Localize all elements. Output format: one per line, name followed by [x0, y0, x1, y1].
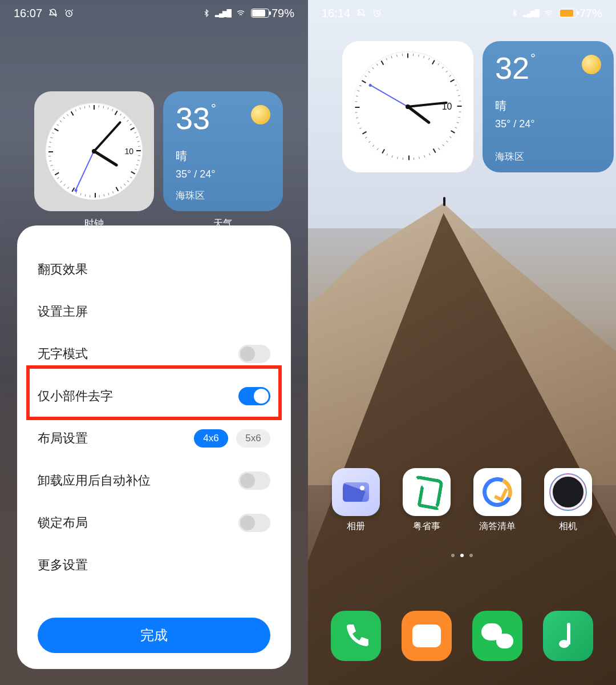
weather-range: 35° / 24°: [176, 168, 270, 180]
app-camera-label: 相机: [559, 521, 577, 533]
wifi-icon: [235, 9, 246, 18]
dock-wechat[interactable]: [472, 611, 522, 661]
signal-icon: ▂▄▆█: [215, 9, 230, 17]
dock-music[interactable]: [543, 611, 593, 661]
camera-icon: [544, 468, 592, 516]
dock: [308, 611, 616, 661]
layout-4x6-button[interactable]: 4x6: [194, 429, 228, 448]
app-yss[interactable]: 粤省事: [395, 468, 458, 533]
app-camera[interactable]: 相机: [537, 468, 599, 533]
row-wordless[interactable]: 无字模式: [17, 333, 291, 375]
signal-icon: ▂▄▆█: [523, 9, 538, 17]
battery-indicator: 77%: [559, 7, 602, 20]
dock-messages[interactable]: [402, 611, 452, 661]
wallpaper-person: [443, 197, 445, 206]
done-button[interactable]: 完成: [38, 618, 270, 653]
status-bar: 16:07 ▂▄▆█ 79%: [0, 0, 308, 26]
row-wordless-label: 无字模式: [38, 345, 88, 362]
sun-icon: [582, 55, 601, 74]
row-transition[interactable]: 翻页效果: [17, 248, 291, 291]
bluetooth-icon: [510, 8, 518, 18]
row-autofill-label: 卸载应用后自动补位: [38, 472, 151, 489]
dock-phone[interactable]: [331, 611, 381, 661]
weather-temp: 33: [176, 101, 210, 135]
weather-condition: 晴: [495, 98, 601, 114]
clock-face: 10: [352, 51, 464, 163]
right-screenshot: 16:14 ▂▄▆█ 77% 10: [308, 0, 616, 685]
row-transition-label: 翻页效果: [38, 261, 88, 278]
weather-range: 35° / 24°: [495, 118, 601, 130]
toggle-widget-wordless[interactable]: [238, 387, 270, 405]
mute-icon: [356, 8, 366, 18]
page-indicator[interactable]: [308, 554, 616, 557]
weather-location: 海珠区: [176, 189, 205, 202]
app-todo-label: 滴答清单: [479, 521, 516, 533]
app-yss-label: 粤省事: [413, 521, 440, 533]
clock-number-10: 10: [124, 147, 133, 156]
row-layout: 布局设置 4x6 5x6: [17, 417, 291, 460]
app-todo[interactable]: 滴答清单: [466, 468, 529, 533]
row-layout-label: 布局设置: [38, 430, 88, 447]
todo-icon: [473, 468, 521, 516]
status-bar: 16:14 ▂▄▆█ 77%: [308, 0, 616, 26]
widget-row: 10 32° 晴 35° / 24° 海珠区: [342, 41, 614, 172]
clock-face: 10: [46, 103, 143, 200]
row-widget-wordless[interactable]: 仅小部件去字: [17, 375, 291, 417]
row-lock-layout-label: 锁定布局: [38, 514, 88, 531]
status-time: 16:14: [322, 7, 350, 20]
wifi-icon: [543, 9, 554, 18]
bluetooth-icon: [202, 8, 210, 18]
mute-icon: [48, 8, 58, 18]
battery-percent: 77%: [579, 7, 602, 20]
done-button-label: 完成: [140, 626, 168, 644]
clock-widget[interactable]: 10: [342, 41, 473, 172]
gallery-icon: [332, 468, 380, 516]
row-lock-layout[interactable]: 锁定布局: [17, 502, 291, 544]
app-gallery[interactable]: 相册: [325, 468, 387, 533]
weather-location: 海珠区: [495, 150, 524, 163]
row-widget-wordless-label: 仅小部件去字: [38, 388, 113, 405]
status-time: 16:07: [14, 7, 42, 20]
row-set-home[interactable]: 设置主屏: [17, 291, 291, 333]
alarm-icon: [64, 8, 74, 18]
battery-percent: 79%: [271, 7, 294, 20]
row-set-home-label: 设置主屏: [38, 303, 88, 320]
clock-widget[interactable]: 10 时钟: [34, 91, 154, 211]
weather-widget[interactable]: 33° 晴 35° / 24° 海珠区 天气: [163, 91, 283, 211]
row-more[interactable]: 更多设置: [17, 544, 291, 586]
toggle-wordless[interactable]: [238, 345, 270, 363]
toggle-autofill[interactable]: [238, 472, 270, 490]
weather-widget[interactable]: 32° 晴 35° / 24° 海珠区: [483, 41, 614, 172]
app-row: 相册 粤省事 滴答清单 相机: [308, 468, 616, 533]
app-gallery-label: 相册: [347, 521, 365, 533]
toggle-lock-layout[interactable]: [238, 514, 270, 532]
widget-row: 10 时钟 33° 晴 35° / 24° 海珠区 天气: [34, 91, 283, 211]
home-settings-panel: 翻页效果 设置主屏 无字模式 仅小部件去字 布局设置 4x6 5x6 卸载应用后…: [17, 225, 291, 669]
battery-indicator: 79%: [251, 7, 294, 20]
row-autofill[interactable]: 卸载应用后自动补位: [17, 460, 291, 502]
row-more-label: 更多设置: [38, 557, 88, 574]
layout-5x6-button[interactable]: 5x6: [236, 429, 270, 448]
yss-icon: [403, 468, 451, 516]
weather-temp: 32: [495, 51, 529, 85]
weather-condition: 晴: [176, 148, 270, 164]
left-screenshot: 16:07 ▂▄▆█ 79% 10: [0, 0, 308, 685]
alarm-icon: [372, 8, 382, 18]
sun-icon: [251, 105, 270, 124]
